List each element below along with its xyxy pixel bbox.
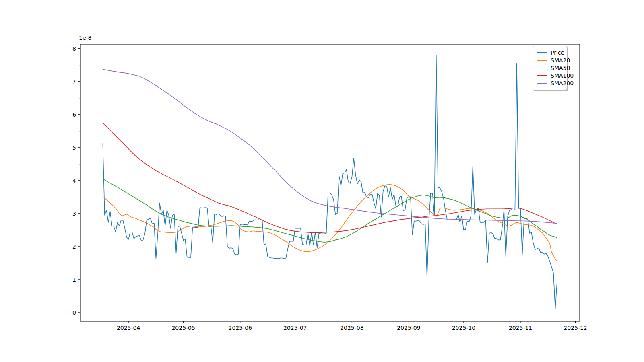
sma100-line-swatch <box>537 75 547 76</box>
y-tick-label: 1 <box>72 276 76 283</box>
price-line-swatch <box>537 52 547 53</box>
y-axis-offset-text: 1e-8 <box>79 35 91 41</box>
y-tick-label: 6 <box>72 111 76 118</box>
legend-label-sma20: SMA20 <box>551 58 570 63</box>
x-tick-label: 2025-04 <box>117 325 140 331</box>
y-tick-label: 8 <box>72 45 76 52</box>
legend-label-sma200: SMA200 <box>551 80 574 86</box>
legend-label-sma50: SMA50 <box>551 65 570 71</box>
x-tick-label: 2025-11 <box>509 325 533 331</box>
y-tick-label: 3 <box>72 210 76 217</box>
sma200-line-swatch <box>537 83 547 84</box>
x-axis: 2025-042025-052025-062025-072025-082025-… <box>117 321 587 331</box>
legend-label-sma100: SMA100 <box>551 73 574 78</box>
x-tick-label: 2025-05 <box>171 325 195 331</box>
legend-entry-sma200[interactable]: SMA200 <box>537 79 563 87</box>
y-tick-label: 7 <box>72 78 76 85</box>
x-tick-label: 2025-07 <box>283 325 307 331</box>
y-tick-label: 2 <box>72 243 76 250</box>
x-tick-label: 2025-12 <box>564 325 587 331</box>
x-tick-label: 2025-08 <box>340 325 364 331</box>
x-tick-label: 2025-10 <box>452 325 476 331</box>
legend-entry-sma100[interactable]: SMA100 <box>537 72 563 79</box>
legend-entry-sma20[interactable]: SMA20 <box>537 57 563 64</box>
y-tick-label: 4 <box>72 177 76 184</box>
y-axis: 012345678 <box>72 45 80 316</box>
x-tick-label: 2025-09 <box>397 325 421 331</box>
y-tick-label: 5 <box>72 144 76 151</box>
sma50-line-swatch <box>537 68 547 68</box>
y-tick-label: 0 <box>72 309 76 316</box>
figure-canvas: 2025-042025-052025-062025-072025-082025-… <box>0 0 644 362</box>
sma100-line <box>103 123 557 232</box>
legend-entry-sma50[interactable]: SMA50 <box>537 64 563 72</box>
axes-spines <box>80 44 580 321</box>
legend-label-price: Price <box>551 50 564 56</box>
sma20-line-swatch <box>537 60 547 61</box>
sma200-line <box>103 69 557 223</box>
legend[interactable]: Price SMA20 SMA50 SMA100 SMA200 <box>533 46 567 90</box>
sma20-line <box>103 185 557 261</box>
legend-entry-price[interactable]: Price <box>537 49 563 57</box>
price-line <box>103 55 557 309</box>
x-tick-label: 2025-06 <box>228 325 252 331</box>
